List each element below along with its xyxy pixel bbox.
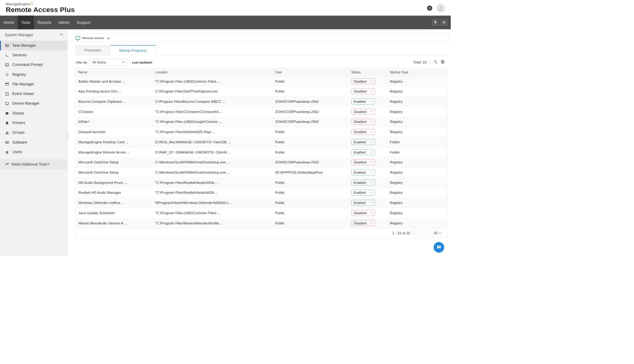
cell-user: Public	[275, 180, 351, 184]
col-status[interactable]: Status	[351, 70, 390, 74]
table-row[interactable]: Microsoft OneDrive SetupC:\Windows\SysWO…	[75, 157, 447, 167]
nav-home[interactable]: Home	[0, 15, 18, 29]
cell-name: CCleaner	[77, 110, 155, 114]
columns-icon[interactable]	[441, 60, 445, 65]
sidebar-item-label: Users	[12, 150, 22, 154]
status-select[interactable]: Disabled	[351, 220, 375, 226]
table-row[interactable]: Java Update Scheduler"C:\Program Files (…	[75, 208, 447, 218]
tabs: ProcessesStartup Programs	[76, 45, 449, 56]
cell-status: Disabled	[351, 109, 390, 115]
table-row[interactable]: Adobe Reader and Acrobat ..."C:\Program …	[75, 76, 447, 87]
table-row[interactable]: Waves MaxxAudio Service A ..."C:\Program…	[75, 218, 447, 228]
cell-location: %ProgramFiles%\Windows Defender\MSASCu .…	[155, 201, 275, 205]
search-icon[interactable]	[434, 60, 438, 65]
status-filter-value: All Status	[92, 60, 106, 64]
sidebar-item-task-manager[interactable]: Task Manager	[0, 41, 67, 50]
col-startup-type[interactable]: Startup Type	[390, 70, 445, 74]
sidebar-item-label: Services	[12, 53, 27, 57]
chat-fab[interactable]	[434, 242, 444, 253]
nav-admin[interactable]: Admin	[55, 15, 73, 29]
sidebar-item-services[interactable]: Services	[0, 50, 67, 60]
nav-support[interactable]: Support	[73, 15, 94, 29]
status-select[interactable]: Disabled	[351, 159, 375, 165]
bolt-icon[interactable]	[441, 19, 448, 26]
sidebar-item-registry[interactable]: Registry	[0, 70, 67, 79]
cell-location: "C:\Program Files\Waves\MaxxAudio\Wa ...	[155, 221, 275, 225]
table-row[interactable]: CCleaner"C:\Program Files\CCleaner\CClea…	[75, 107, 447, 117]
status-select[interactable]: Enabled	[351, 149, 375, 155]
status-select[interactable]: Enabled	[351, 180, 375, 185]
table-row[interactable]: Delayed launcher"C:\Program Files\Intel\…	[75, 127, 447, 137]
cell-status: Enabled	[351, 180, 390, 185]
cell-user: Public	[275, 79, 351, 83]
cell-user: Public	[275, 211, 351, 215]
brand-top: ManageEngine	[6, 2, 30, 6]
status-select[interactable]: Enabled	[351, 139, 375, 145]
help-icon[interactable]: ?	[427, 5, 432, 11]
table-row[interactable]: HD Audio Background Proce ..."C:\Program…	[75, 178, 447, 188]
nav-tools[interactable]: Tools	[18, 15, 34, 29]
cell-location: "C:\Program Files\Realtek\Audio\HDA ...	[155, 180, 275, 184]
status-filter-select[interactable]: All Status	[89, 59, 127, 66]
cell-name: Waves MaxxAudio Service A ...	[77, 221, 155, 225]
pager-prev[interactable]: ‹	[413, 230, 419, 236]
table-row[interactable]: Beyond Compare Clipboard ...C:\Program F…	[75, 97, 447, 107]
sidebar-item-groups[interactable]: Groups	[0, 128, 67, 137]
table-row[interactable]: Alps Pointing-device Driv ...C:\\Program…	[75, 86, 447, 97]
tab-processes[interactable]: Processes	[76, 45, 110, 56]
status-select[interactable]: Disabled	[351, 89, 375, 94]
sidebar-section-head[interactable]: System Manager	[0, 29, 67, 41]
cell-status: Disabled	[351, 119, 390, 125]
cell-type: Registry	[390, 79, 445, 83]
cell-type: Registry	[390, 201, 445, 205]
caret-down-icon	[371, 152, 373, 154]
breadcrumb-bar[interactable]: Remote Access	[72, 34, 449, 42]
status-select[interactable]: Disabled	[351, 129, 375, 135]
table-row[interactable]: Realtek HD Audio Manager"C:\Program File…	[75, 188, 447, 198]
status-select[interactable]: Disabled	[351, 210, 375, 216]
cell-user: Public	[275, 89, 351, 93]
cell-location: "C:\Program Files (x86)\Google\Chrome ..…	[155, 120, 275, 124]
status-select[interactable]: Enabled	[351, 190, 375, 196]
cell-status: Enabled	[351, 169, 390, 175]
sidebar-item-device-manager[interactable]: Device Manager	[0, 99, 67, 108]
caret-down-icon	[371, 81, 373, 83]
pager-next[interactable]: ›	[422, 230, 428, 236]
sidebar-item-file-manager[interactable]: File Manager	[0, 80, 67, 89]
table-row[interactable]: ManageEngine Desktop Cent ...D:\RDS_Mac\…	[75, 137, 447, 147]
status-select[interactable]: Disabled	[351, 109, 375, 115]
table-row[interactable]: ë€€æ›¹"C:\Program Files (x86)\Google\Chr…	[75, 117, 447, 127]
tab-startup-programs[interactable]: Startup Programs	[110, 45, 155, 56]
cell-type: Registry	[390, 89, 445, 93]
nav-reports[interactable]: Reports	[34, 15, 55, 29]
col-name[interactable]: Name	[77, 70, 155, 74]
sidebar-collapse-handle[interactable]	[67, 131, 69, 139]
sidebar-item-label: Shares	[12, 111, 24, 115]
table-row[interactable]: Windows Defender notifica ...%ProgramFil…	[75, 198, 447, 208]
col-location[interactable]: Location	[155, 70, 275, 74]
table-row[interactable]: Microsoft OneDrive SetupC:\Windows\SysWO…	[75, 167, 447, 178]
status-select[interactable]: Disabled	[351, 119, 375, 125]
sidebar-item-event-viewer[interactable]: Event Viewer	[0, 89, 67, 99]
rocket-icon[interactable]	[432, 19, 439, 26]
sidebar-item-command-prompt[interactable]: Command Prompt	[0, 60, 67, 70]
avatar[interactable]	[436, 4, 445, 12]
sidebar-item-software[interactable]: Software	[0, 137, 67, 147]
svg-point-5	[6, 73, 6, 74]
svg-point-6	[6, 75, 6, 76]
status-select[interactable]: Enabled	[351, 169, 375, 175]
cell-type: Folder	[390, 150, 445, 154]
page-size-select[interactable]: 25	[431, 230, 443, 236]
svg-point-23	[7, 151, 7, 152]
cell-location: "C:\Program Files (x86)\Common Files\ ..…	[155, 79, 275, 83]
status-select[interactable]: Enabled	[351, 99, 375, 105]
sidebar-item-printers[interactable]: Printers	[0, 118, 67, 128]
sidebar-item-shares[interactable]: Shares	[0, 109, 67, 118]
cell-user: ZOHOCORP\sandeep-2562	[275, 120, 351, 124]
status-select[interactable]: Disabled	[351, 78, 375, 84]
need-tools[interactable]: Need Additional Tools?	[0, 159, 67, 170]
col-user[interactable]: User	[275, 70, 351, 74]
table-row[interactable]: ManageEngine Remote Acces ...D:\RAP_ST~1…	[75, 147, 447, 158]
sidebar-item-users[interactable]: Users	[0, 147, 67, 157]
status-select[interactable]: Enabled	[351, 200, 375, 206]
